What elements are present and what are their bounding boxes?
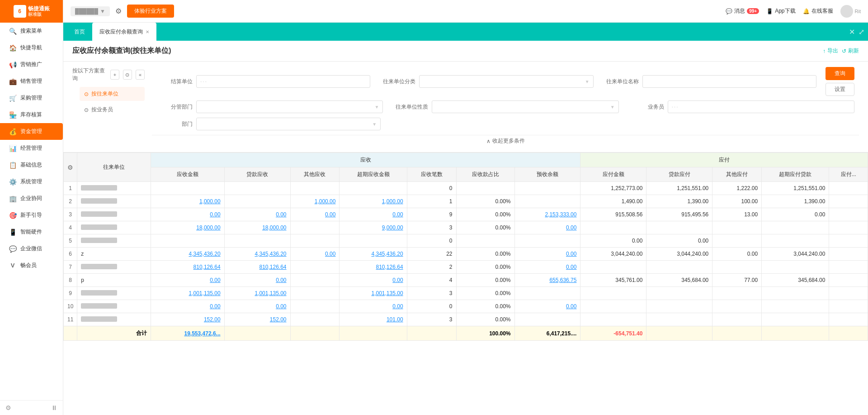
scheme-by-company[interactable]: ⊙ 按往来单位 [80,87,145,101]
subdept-input[interactable]: ▼ [196,118,381,130]
th-ar-other: 其他应收 [290,167,340,182]
tab-ar-ap[interactable]: 应收应付余额查询 ✕ [92,23,156,41]
table-cell[interactable]: 4,345,436.20 [224,248,290,261]
add-scheme-button[interactable]: + [110,70,119,80]
user-profile[interactable]: Rit [840,5,861,18]
table-cell[interactable]: 0.00 [290,208,340,221]
company-cell: ████████ [77,313,151,326]
footer-ar-amount[interactable]: 19,553,472,6... [151,326,224,341]
operations-icon: 📊 [9,145,17,152]
table-cell[interactable]: 1,000.00 [290,195,340,208]
sidebar-item-basic-info[interactable]: 📋 基础信息 [0,157,63,173]
table-cell[interactable]: 0.00 [514,248,580,261]
sidebar-item-enterprise[interactable]: 🏢 企业协同 [0,190,63,207]
table-cell[interactable]: 1,001,135.00 [224,287,290,300]
table-cell[interactable]: 0.00 [340,300,407,313]
sidebar-collapse-icon[interactable]: ⏸ [51,404,57,411]
table-cell: 0 [407,234,456,248]
collapse-scheme-button[interactable]: « [136,70,145,80]
export-button[interactable]: ↑ 导出 [823,47,838,55]
header-right: 💬 消息 99+ 📱 App下载 🔔 在线客服 Rit [726,5,861,18]
table-cell[interactable]: 0.00 [514,221,580,234]
label-subdept: 部门 [156,120,193,128]
table-cell: 3 [407,287,456,300]
collapse-more-button[interactable]: ∧ 收起更多条件 [152,135,859,147]
sidebar-item-wechat[interactable]: 💬 企业微信 [0,240,63,257]
company-cell: ████████ [77,182,151,195]
sidebar-item-finance[interactable]: 💰 资金管理 [0,123,63,140]
setting-button[interactable]: 设置 [826,83,854,96]
table-cell[interactable]: 18,000.00 [224,221,290,234]
app-download-button[interactable]: 📱 App下载 [766,7,795,15]
tab-close-icon[interactable]: ✕ [146,29,149,34]
table-cell[interactable]: 0.00 [151,208,224,221]
tab-home[interactable]: 首页 [67,23,92,41]
table-cell[interactable]: 1,000.00 [340,195,407,208]
settings-gear-icon[interactable]: ⚙ [115,7,122,15]
table-cell[interactable]: 4,345,436.20 [151,248,224,261]
table-cell[interactable]: 0.00 [514,300,580,313]
table-cell[interactable]: 152.00 [224,313,290,326]
online-service-button[interactable]: 🔔 在线客服 [803,7,833,15]
table-cell: 5 [64,234,77,248]
table-cell [712,300,762,313]
sidebar-item-purchase[interactable]: 🛒 采购管理 [0,90,63,106]
table-cell[interactable]: 1,001,135.00 [151,287,224,300]
sidebar-item-guide[interactable]: 🎯 新手引导 [0,207,63,224]
table-cell [290,261,340,274]
table-cell[interactable]: 0.00 [224,300,290,313]
table-cell[interactable]: 0.00 [224,274,290,287]
table-cell[interactable]: 2,153,333.00 [514,208,580,221]
sidebar-settings-icon[interactable]: ⚙ [5,404,11,411]
maximize-window-button[interactable]: ⤢ [859,28,864,36]
company-name-input[interactable] [642,75,816,88]
sidebar-item-system[interactable]: ⚙️ 系统管理 [0,173,63,190]
dept-input[interactable]: ▼ [196,100,383,113]
table-settings-icon[interactable]: ⚙ [67,164,73,171]
trial-button[interactable]: 体验行业方案 [127,5,174,18]
sidebar-item-quick-nav[interactable]: 🏠 快捷导航 [0,39,63,56]
scheme-by-salesman[interactable]: ⊙ 按业务员 [80,103,145,117]
table-cell[interactable]: 810,126.64 [340,261,407,274]
sidebar-item-operations[interactable]: 📊 经营管理 [0,140,63,157]
table-cell[interactable]: 0.00 [340,274,407,287]
table-cell[interactable]: 152.00 [151,313,224,326]
company-selector[interactable]: ██████ ▼ [71,6,110,16]
table-cell[interactable]: 0.00 [151,274,224,287]
nature-input[interactable]: ▼ [432,100,618,113]
table-cell[interactable]: 0.00 [224,208,290,221]
table-cell[interactable]: 101.00 [340,313,407,326]
sidebar-item-hardware[interactable]: 📱 智能硬件 [0,224,63,240]
table-cell[interactable]: 0.00 [340,208,407,221]
sidebar-item-marketing[interactable]: 📢 营销推广 [0,56,63,73]
category-input[interactable]: ▼ [419,75,593,88]
table-cell[interactable]: 9,000.00 [340,221,407,234]
sidebar-item-search[interactable]: 🔍 搜索菜单 [0,23,63,39]
message-button[interactable]: 💬 消息 99+ [726,7,759,15]
edit-scheme-button[interactable]: ⊙ [123,70,132,80]
chevron-down-icon: ▼ [585,79,590,84]
table-cell[interactable]: 4,345,436.20 [340,248,407,261]
table-cell[interactable]: 810,126.64 [151,261,224,274]
table-cell[interactable]: 1,001,135.00 [340,287,407,300]
table-cell[interactable]: 655,636.75 [514,274,580,287]
company-cell: ████████ [77,300,151,313]
settlement-input[interactable]: ··· [196,75,370,88]
sidebar-item-vip[interactable]: V 畅会员 [0,257,63,274]
query-button[interactable]: 查询 [826,67,854,80]
table-cell[interactable]: 0.00 [290,248,340,261]
close-window-button[interactable]: ✕ [849,28,855,36]
salesman-input[interactable]: ··· [668,100,854,113]
table-cell[interactable]: 0.00 [514,261,580,274]
table-cell[interactable]: 18,000.00 [151,221,224,234]
table-cell[interactable]: 0.00 [151,300,224,313]
table-settings-th[interactable]: ⚙ [64,153,77,182]
sidebar-item-sales[interactable]: 💼 销售管理 [0,73,63,90]
table-cell [151,182,224,195]
label-company-name: 往来单位名称 [603,78,639,86]
table-cell[interactable]: 1,000.00 [151,195,224,208]
sidebar-item-inventory[interactable]: 🏪 库存核算 [0,106,63,123]
table-cell[interactable]: 810,126.64 [224,261,290,274]
table-cell: 0.00% [456,248,514,261]
refresh-button[interactable]: ↺ 刷新 [842,47,859,55]
